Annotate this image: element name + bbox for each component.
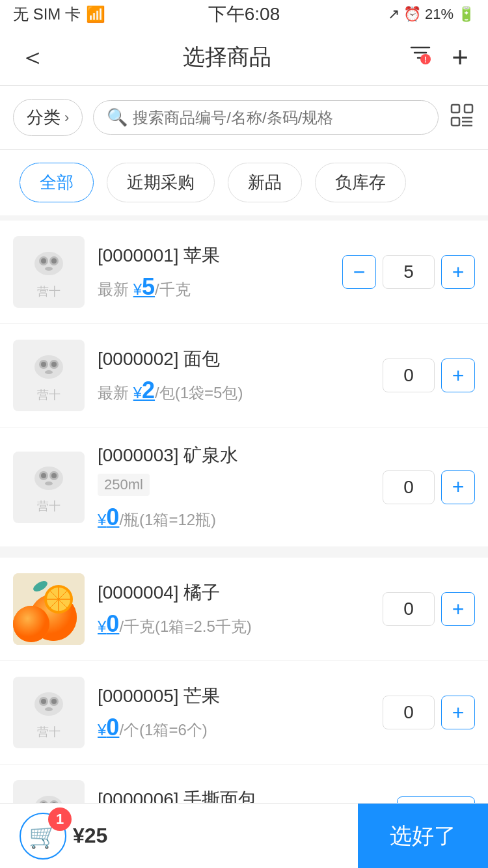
product-list: 营十 [0000001] 苹果 最新 ¥5/千克 − + [0, 221, 488, 868]
list-item: 营十 [0000002] 面包 最新 ¥2/包(1袋=5包) + [0, 324, 488, 427]
search-input[interactable] [133, 109, 425, 127]
product-thumbnail: 营十 [13, 236, 85, 308]
product-name: [0000002] 面包 [98, 347, 370, 372]
quantity-input[interactable] [383, 592, 435, 626]
quantity-input[interactable] [383, 470, 435, 504]
alarm-icon: ⏰ [403, 6, 421, 23]
category-chevron-icon: › [64, 109, 69, 126]
quantity-input[interactable] [383, 359, 435, 392]
status-right: ↗ ⏰ 21% 🔋 [388, 6, 475, 23]
cart-badge: 1 [48, 807, 72, 831]
tab-negative-stock[interactable]: 负库存 [315, 163, 406, 202]
nav-right-actions: ! + [409, 41, 468, 74]
confirm-button[interactable]: 选好了 [358, 804, 488, 869]
scan-icon[interactable] [449, 102, 475, 133]
confirm-label: 选好了 [390, 821, 456, 851]
search-input-wrap[interactable]: 🔍 [93, 100, 439, 135]
list-item: 营十 [0000001] 苹果 最新 ¥5/千克 − + [0, 221, 488, 324]
nav-bar: ＜ 选择商品 ! + [0, 29, 488, 86]
svg-point-16 [45, 267, 53, 271]
wifi-icon: 📶 [86, 5, 105, 23]
back-button[interactable]: ＜ [20, 39, 46, 75]
filter-icon[interactable]: ! [409, 42, 432, 72]
product-price: ¥0/个(1箱=6个) [98, 714, 370, 741]
category-label: 分类 [27, 106, 61, 129]
product-quantity-control: + [383, 359, 475, 392]
status-time: 下午6:08 [208, 4, 280, 24]
add-icon[interactable]: + [452, 41, 468, 74]
battery-icon: 🔋 [457, 6, 475, 23]
svg-rect-5 [452, 105, 459, 113]
plus-button[interactable]: + [441, 592, 475, 626]
product-thumbnail: 营十 [13, 452, 85, 523]
list-item: 营十 [0000005] 芒果 ¥0/个(1箱=6个) + [0, 661, 488, 765]
product-info: [0000002] 面包 最新 ¥2/包(1袋=5包) [98, 347, 370, 404]
product-thumbnail: 营十 [13, 677, 85, 748]
svg-rect-6 [452, 118, 459, 126]
quantity-input[interactable] [383, 255, 435, 289]
product-thumbnail [13, 573, 85, 645]
carrier-text: 无 SIM 卡 [13, 4, 81, 25]
quantity-input[interactable] [383, 696, 435, 729]
product-price: 最新 ¥5/千克 [98, 273, 329, 301]
cart-section: 🛒 1 ¥25 [0, 813, 358, 860]
plus-button[interactable]: + [441, 696, 475, 729]
product-spec: 250ml [98, 474, 150, 496]
svg-point-20 [41, 362, 46, 367]
svg-point-45 [51, 699, 57, 704]
svg-point-41 [34, 692, 63, 716]
product-price: ¥0/瓶(1箱=12瓶) [98, 504, 370, 531]
svg-point-14 [41, 258, 46, 264]
product-price: 最新 ¥2/包(1袋=5包) [98, 377, 370, 404]
product-quantity-control: + [383, 470, 475, 504]
bottom-bar: 🛒 1 ¥25 选好了 [0, 803, 488, 868]
product-quantity-control: + [383, 592, 475, 626]
product-quantity-control: − + [342, 255, 475, 289]
search-magnifier-icon: 🔍 [107, 107, 128, 128]
svg-point-23 [34, 467, 63, 490]
product-info: [0000003] 矿泉水 250ml ¥0/瓶(1箱=12瓶) [98, 443, 370, 531]
cart-total: ¥25 [73, 824, 107, 848]
svg-point-33 [13, 606, 49, 642]
filter-tabs: 全部 近期采购 新品 负库存 [0, 150, 488, 221]
product-info: [0000001] 苹果 最新 ¥5/千克 [98, 243, 329, 301]
list-item: [0000004] 橘子 ¥0/千克(1箱=2.5千克) + [0, 558, 488, 661]
svg-point-46 [45, 707, 53, 711]
search-bar: 分类 › 🔍 [0, 86, 488, 150]
svg-point-17 [34, 355, 63, 379]
product-name: [0000005] 芒果 [98, 684, 370, 709]
tab-new[interactable]: 新品 [228, 163, 302, 202]
location-icon: ↗ [388, 6, 400, 23]
plus-button[interactable]: + [441, 255, 475, 289]
tab-recent[interactable]: 近期采购 [107, 163, 215, 202]
product-price: ¥0/千克(1箱=2.5千克) [98, 610, 370, 638]
category-button[interactable]: 分类 › [13, 99, 83, 136]
section-divider [0, 547, 488, 558]
svg-point-26 [41, 473, 46, 478]
plus-button[interactable]: + [441, 470, 475, 504]
status-bar: 无 SIM 卡 📶 下午6:08 ↗ ⏰ 21% 🔋 [0, 0, 488, 29]
product-name: [0000001] 苹果 [98, 243, 329, 268]
status-left: 无 SIM 卡 📶 [13, 4, 105, 25]
svg-rect-7 [465, 105, 472, 113]
minus-button[interactable]: − [342, 255, 376, 289]
list-item: 营十 [0000003] 矿泉水 250ml ¥0/瓶(1箱=12瓶) + [0, 427, 488, 547]
product-name: [0000003] 矿泉水 [98, 443, 370, 468]
svg-point-22 [45, 370, 53, 374]
tab-all[interactable]: 全部 [20, 163, 94, 202]
svg-point-28 [45, 481, 53, 485]
product-name: [0000004] 橘子 [98, 580, 370, 605]
plus-button[interactable]: + [441, 359, 475, 392]
battery-text: 21% [425, 6, 454, 23]
product-info: [0000004] 橘子 ¥0/千克(1箱=2.5千克) [98, 580, 370, 638]
page-title: 选择商品 [183, 42, 271, 72]
svg-point-44 [41, 699, 46, 704]
svg-point-27 [51, 473, 57, 478]
svg-point-15 [51, 258, 57, 264]
svg-text:!: ! [424, 55, 427, 64]
cart-icon-button[interactable]: 🛒 1 [20, 813, 66, 860]
product-thumbnail: 营十 [13, 340, 85, 411]
svg-point-21 [51, 362, 57, 367]
svg-point-11 [34, 252, 63, 275]
product-info: [0000005] 芒果 ¥0/个(1箱=6个) [98, 684, 370, 741]
